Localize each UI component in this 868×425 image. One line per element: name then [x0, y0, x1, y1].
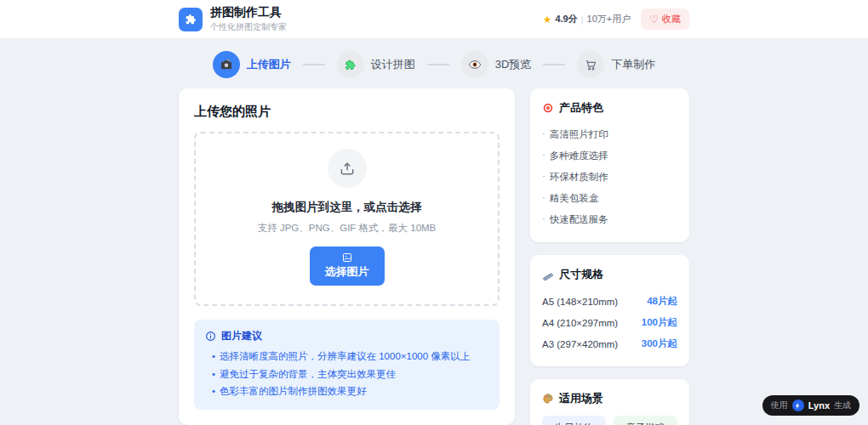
step-upload-label: 上传图片	[247, 57, 291, 72]
features-title: 产品特色	[559, 100, 603, 116]
feature-bullet: ·	[542, 213, 545, 226]
step-order[interactable]: 下单制作	[577, 51, 655, 78]
step-order-label: 下单制作	[611, 57, 655, 72]
lynx-generated-badge[interactable]: 使用 Lynx 生成	[762, 395, 859, 416]
cart-icon	[585, 59, 597, 71]
feature-text: 高清照片打印	[550, 128, 608, 141]
page-subtitle: 个性化拼图定制专家	[210, 21, 287, 33]
badge-prefix: 使用	[771, 400, 788, 411]
upload-section-title: 上传您的照片	[194, 104, 500, 120]
feature-bullet: ·	[542, 128, 545, 141]
tip-item: •选择清晰度高的照片，分辨率建议在 1000×1000 像素以上	[212, 348, 488, 366]
favorite-button[interactable]: ♡ 收藏	[641, 8, 689, 30]
rating-info: ★ 4.9分 | 10万+用户	[543, 13, 631, 26]
size-row[interactable]: A4 (210×297mm) 100片起	[542, 312, 677, 333]
sizes-title: 尺寸规格	[559, 267, 603, 282]
feature-item: ·快速配送服务	[542, 209, 677, 230]
rating-score: 4.9分	[555, 13, 577, 26]
feature-text: 精美包装盒	[550, 192, 599, 205]
step-preview-label: 3D预览	[495, 57, 532, 72]
step-preview-circle	[461, 51, 488, 78]
dropzone-title: 拖拽图片到这里，或点击选择	[204, 200, 489, 215]
info-icon	[205, 331, 216, 342]
page-title: 拼图制作工具	[210, 5, 287, 20]
step-connector	[543, 64, 565, 65]
step-design-circle	[337, 51, 364, 78]
eye-icon	[468, 58, 482, 71]
feature-bullet: ·	[542, 150, 545, 162]
tip-text: 避免过于复杂的背景，主体突出效果更佳	[220, 366, 396, 383]
image-tips-panel: 图片建议 •选择清晰度高的照片，分辨率建议在 1000×1000 像素以上 •避…	[194, 320, 500, 410]
scene-tag-birthday[interactable]: 生日礼物	[542, 416, 606, 425]
palette-icon	[542, 393, 554, 405]
size-pieces: 100片起	[642, 316, 677, 329]
favorite-label: 收藏	[662, 13, 681, 26]
step-design[interactable]: 设计拼图	[337, 51, 415, 78]
size-pieces: 48片起	[647, 295, 677, 308]
puzzle-icon	[184, 13, 197, 26]
step-design-label: 设计拼图	[371, 57, 415, 72]
heart-icon: ♡	[649, 14, 659, 25]
step-preview[interactable]: 3D预览	[461, 51, 532, 78]
badge-brand: Lynx	[808, 400, 830, 411]
size-name: A3 (297×420mm)	[542, 339, 618, 349]
tip-bullet: •	[212, 366, 215, 383]
size-name: A4 (210×297mm)	[542, 318, 618, 328]
tip-bullet: •	[212, 382, 215, 400]
tip-text: 选择清晰度高的照片，分辨率建议在 1000×1000 像素以上	[220, 348, 470, 366]
feature-text: 环保材质制作	[550, 171, 608, 184]
step-connector	[427, 64, 449, 65]
features-card: 产品特色 ·高清照片打印 ·多种难度选择 ·环保材质制作 ·精美包装盒 ·快速配…	[530, 88, 689, 242]
upload-card: 上传您的照片 拖拽图片到这里，或点击选择 支持 JPG、PNG、GIF 格式，最…	[179, 88, 515, 425]
choose-image-button[interactable]: 选择图片	[310, 246, 385, 286]
target-icon	[542, 102, 554, 114]
tip-item: •色彩丰富的图片制作拼图效果更好	[212, 382, 488, 400]
ruler-icon	[542, 269, 554, 280]
size-name: A5 (148×210mm)	[542, 297, 618, 307]
tip-bullet: •	[212, 348, 215, 366]
app-logo	[179, 8, 203, 31]
sizes-card: 尺寸规格 A5 (148×210mm) 48片起 A4 (210×297mm) …	[530, 255, 689, 366]
image-frame-icon	[342, 252, 352, 263]
star-icon: ★	[543, 14, 552, 26]
feature-text: 快速配送服务	[550, 213, 608, 226]
image-dropzone[interactable]: 拖拽图片到这里，或点击选择 支持 JPG、PNG、GIF 格式，最大 10MB …	[194, 132, 500, 306]
feature-bullet: ·	[542, 192, 545, 205]
scenes-card: 适用场景 生日礼物 亲子游戏 教育启蒙 情侣纪念	[530, 379, 689, 425]
step-upload-circle	[213, 51, 240, 78]
camera-icon	[220, 58, 233, 71]
feature-item: ·精美包装盒	[542, 188, 677, 209]
feature-item: ·环保材质制作	[542, 167, 677, 188]
size-pieces: 300片起	[642, 337, 677, 350]
size-row[interactable]: A5 (148×210mm) 48片起	[542, 291, 677, 312]
rating-users: 10万+用户	[587, 13, 631, 26]
upload-icon-circle	[328, 149, 367, 188]
app-header: 拼图制作工具 个性化拼图定制专家 ★ 4.9分 | 10万+用户 ♡ 收藏	[0, 0, 868, 39]
rating-separator: |	[581, 14, 584, 25]
tip-text: 色彩丰富的图片制作拼图效果更好	[220, 382, 367, 400]
scenes-title: 适用场景	[559, 391, 603, 406]
puzzle-piece-icon	[344, 59, 357, 71]
lynx-logo-icon	[792, 400, 804, 411]
step-order-circle	[577, 51, 604, 78]
feature-text: 多种难度选择	[550, 150, 608, 162]
upload-tray-icon	[339, 160, 356, 177]
badge-suffix: 生成	[834, 400, 851, 411]
tips-title: 图片建议	[221, 329, 262, 343]
size-row[interactable]: A3 (297×420mm) 300片起	[542, 333, 677, 354]
dropzone-hint: 支持 JPG、PNG、GIF 格式，最大 10MB	[204, 222, 489, 235]
choose-image-label: 选择图片	[325, 264, 369, 280]
feature-item: ·高清照片打印	[542, 124, 677, 145]
feature-item: ·多种难度选择	[542, 145, 677, 167]
step-upload[interactable]: 上传图片	[213, 51, 291, 78]
tip-item: •避免过于复杂的背景，主体突出效果更佳	[212, 366, 488, 383]
feature-bullet: ·	[542, 171, 545, 184]
step-connector	[303, 64, 325, 65]
step-indicator: 上传图片 设计拼图 3D预览 下单制作	[0, 51, 868, 78]
scene-tag-family[interactable]: 亲子游戏	[614, 416, 677, 425]
